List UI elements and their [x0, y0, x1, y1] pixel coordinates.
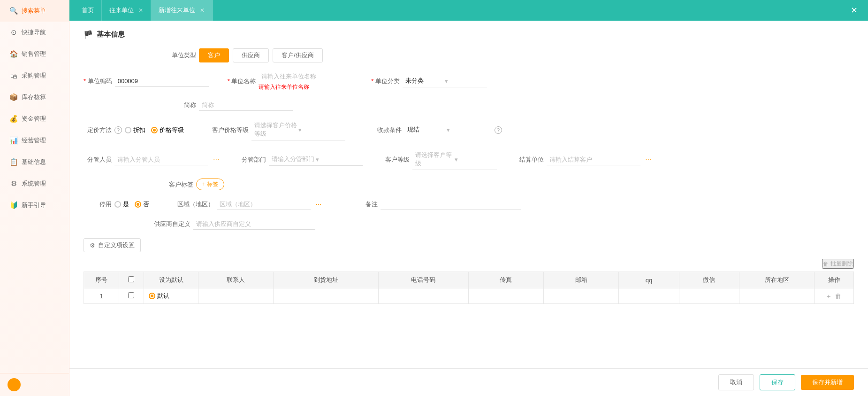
- radio-no[interactable]: 否: [135, 200, 149, 209]
- pricing-help-icon[interactable]: ?: [114, 126, 122, 134]
- manager-field: 分管人员 ···: [84, 154, 219, 165]
- close-all-tabs[interactable]: ✕: [845, 5, 863, 16]
- sidebar-item-sales[interactable]: 🏠 销售管理: [0, 43, 69, 65]
- table-region-input[interactable]: [758, 293, 796, 300]
- default-radio[interactable]: 默认: [149, 292, 193, 300]
- sidebar-item-inventory[interactable]: 📦 库存核算: [0, 86, 69, 108]
- add-row-button[interactable]: +: [827, 292, 831, 300]
- btn-customer[interactable]: 客户: [199, 48, 229, 62]
- radio-discount[interactable]: 折扣: [125, 126, 145, 134]
- operations-icon: 📊: [9, 136, 18, 145]
- email-input[interactable]: [563, 293, 600, 300]
- disabled-radio-group: 是 否: [114, 200, 149, 209]
- tab-partners[interactable]: 往来单位 ✕: [102, 0, 151, 21]
- sidebar-item-basic[interactable]: 📋 基础信息: [0, 151, 69, 173]
- finance-icon: 💰: [9, 115, 18, 123]
- radio-price-level[interactable]: 价格等级: [151, 126, 184, 134]
- guide-icon: 🔰: [9, 201, 18, 210]
- close-partners-tab[interactable]: ✕: [138, 7, 143, 14]
- main-area: 首页 往来单位 ✕ 新增往来单位 ✕ ✕ 🏴 基本信息 单位类型 客户 供应商 …: [69, 0, 868, 396]
- sidebar-item-system[interactable]: ⚙ 系统管理: [0, 173, 69, 194]
- form-footer: 取消 保存 保存并新增: [69, 368, 868, 396]
- qq-input[interactable]: [635, 293, 663, 300]
- unit-category-select[interactable]: 未分类 ▾: [403, 75, 487, 87]
- btn-supplier[interactable]: 供应商: [233, 48, 269, 62]
- settlement-more-icon[interactable]: ···: [645, 155, 651, 164]
- price-level-radio-circle: [151, 127, 158, 133]
- cell-phone[interactable]: [378, 288, 468, 304]
- settlement-unit-input[interactable]: [547, 154, 640, 165]
- save-new-button[interactable]: 保存并新增: [801, 375, 854, 390]
- col-actions: 操作: [815, 272, 854, 288]
- add-tag-button[interactable]: + 标签: [196, 179, 224, 190]
- manager-input[interactable]: [114, 154, 208, 165]
- select-all-checkbox[interactable]: [128, 276, 134, 282]
- cancel-button[interactable]: 取消: [718, 374, 754, 390]
- radio-yes[interactable]: 是: [114, 200, 129, 209]
- phone-input[interactable]: [400, 293, 447, 300]
- customer-level-field: 客户等级 请选择客户等级 ▾: [381, 149, 497, 170]
- manager-more-icon[interactable]: ···: [213, 155, 219, 164]
- save-button[interactable]: 保存: [760, 374, 795, 390]
- remark-input[interactable]: [381, 199, 521, 210]
- supplier-custom-input[interactable]: [193, 218, 315, 230]
- category-caret-icon: ▾: [445, 78, 484, 85]
- fax-input[interactable]: [487, 293, 525, 300]
- sidebar-item-operations[interactable]: 📊 经营管理: [0, 130, 69, 151]
- region-input[interactable]: [217, 199, 311, 210]
- btn-both[interactable]: 客户/供应商: [273, 48, 323, 62]
- col-address: 到货地址: [274, 272, 379, 288]
- tab-new-partner[interactable]: 新增往来单位 ✕: [151, 0, 213, 21]
- payment-terms-select[interactable]: 现结 ▾: [404, 124, 489, 136]
- default-radio-circle: [149, 293, 155, 299]
- customer-level-select[interactable]: 请选择客户等级 ▾: [412, 149, 497, 170]
- disabled-label: 停用: [84, 200, 112, 209]
- sidebar-item-quick-nav[interactable]: ⊙ 快捷导航: [0, 22, 69, 43]
- custom-settings-button[interactable]: ⚙ 自定义项设置: [84, 238, 141, 252]
- unit-type-row: 单位类型 客户 供应商 客户/供应商: [84, 48, 854, 62]
- manager-label: 分管人员: [84, 155, 112, 164]
- cell-address[interactable]: [274, 288, 379, 304]
- bulk-delete-button[interactable]: 🗑 批量删除: [822, 259, 854, 269]
- short-name-label: 简称: [168, 101, 196, 109]
- payment-terms-label: 收款条件: [373, 126, 402, 134]
- flag-icon: 🏴: [84, 30, 93, 39]
- code-name-row: 单位编码 单位名称 请输入往来单位名称 单位分类 未分类 ▾: [84, 71, 854, 91]
- region-more-icon[interactable]: ···: [315, 200, 321, 209]
- payment-terms-help-icon[interactable]: ?: [495, 126, 502, 134]
- delete-row-button[interactable]: 🗑: [835, 292, 842, 300]
- tab-home[interactable]: 首页: [74, 0, 102, 21]
- unit-code-field: 单位编码: [84, 76, 209, 87]
- close-new-partner-tab[interactable]: ✕: [200, 7, 205, 14]
- sidebar-item-finance[interactable]: 💰 资金管理: [0, 108, 69, 130]
- department-select[interactable]: 请输入分管部门 ▾: [269, 153, 363, 166]
- region-field: 区域（地区） ···: [177, 199, 321, 210]
- unit-name-field: 单位名称 请输入往来单位名称: [228, 71, 353, 91]
- sidebar-item-guide[interactable]: 🔰 新手引导: [0, 194, 69, 216]
- cell-fax[interactable]: [468, 288, 543, 304]
- cell-region[interactable]: [739, 288, 815, 304]
- sidebar-item-purchase[interactable]: 🛍 采购管理: [0, 65, 69, 86]
- col-contact: 联系人: [198, 272, 274, 288]
- address-input[interactable]: [298, 293, 354, 300]
- cell-contact[interactable]: [198, 288, 274, 304]
- wechat-input[interactable]: [695, 293, 723, 300]
- unit-name-input[interactable]: [259, 71, 352, 82]
- unit-code-input[interactable]: [115, 76, 209, 87]
- unit-code-label: 单位编码: [84, 77, 112, 85]
- cell-default: 默认: [144, 288, 198, 304]
- col-seq: 序号: [84, 272, 119, 288]
- short-name-field: 简称: [168, 100, 293, 111]
- contact-input[interactable]: [217, 293, 255, 300]
- discount-radio-circle: [125, 127, 131, 133]
- sidebar: 🔍 搜索菜单 ⊙ 快捷导航 🏠 销售管理 🛍 采购管理 📦 库存核算 💰 资金管…: [0, 0, 69, 396]
- cell-email[interactable]: [544, 288, 619, 304]
- customer-price-level-select[interactable]: 请选择客户价格等级 ▾: [251, 119, 345, 140]
- short-name-input[interactable]: [199, 100, 293, 111]
- row-checkbox[interactable]: [128, 292, 134, 298]
- department-field: 分管部门 请输入分管部门 ▾: [238, 153, 363, 166]
- inventory-icon: 📦: [9, 93, 18, 101]
- cell-wechat[interactable]: [679, 288, 739, 304]
- cell-qq[interactable]: [619, 288, 679, 304]
- sidebar-item-search[interactable]: 🔍 搜索菜单: [0, 0, 69, 22]
